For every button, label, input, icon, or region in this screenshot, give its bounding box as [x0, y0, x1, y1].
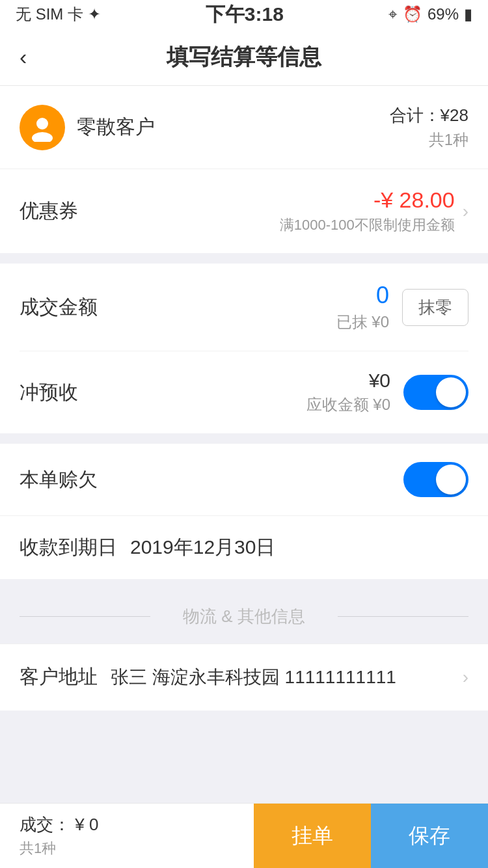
prepayment-row: 冲预收 ¥0 应收金额 ¥0: [20, 351, 468, 433]
coupon-description: 满1000-100不限制使用金额: [280, 215, 455, 235]
bottom-deal: 成交： ¥ 0: [20, 813, 254, 836]
prepayment-right: ¥0 应收金额 ¥0: [306, 370, 468, 415]
bottom-bar: 成交： ¥ 0 共1种 挂单 保存: [0, 803, 488, 868]
prepayment-amount: ¥0: [369, 370, 390, 392]
nav-bar: ‹ 填写结算等信息: [0, 29, 488, 86]
content-spacer: [0, 721, 488, 799]
avatar: [20, 105, 65, 150]
transaction-amount-col: 已抹 ¥0: [311, 282, 389, 332]
bottom-count: 共1种: [20, 839, 254, 858]
prepayment-toggle[interactable]: [403, 375, 468, 410]
due-date-row: 收款到期日 2019年12月30日: [0, 516, 488, 579]
address-content: 客户地址 张三 海淀永丰科技园 11111111111: [20, 664, 396, 691]
customer-row: 零散客户 合计：¥28 共1种: [0, 86, 488, 169]
battery-text: 69%: [427, 5, 459, 23]
receivable-subtext: 应收金额 ¥0: [306, 394, 390, 415]
toggle-thumb: [436, 377, 466, 407]
prepayment-amount-col: ¥0 应收金额 ¥0: [306, 370, 390, 415]
battery-icon: ▮: [464, 5, 472, 23]
due-date-label: 收款到期日: [20, 534, 117, 561]
logistics-label: 物流 & 其他信息: [183, 605, 305, 628]
coupon-right: -¥ 28.00 满1000-100不限制使用金额 ›: [280, 187, 468, 235]
total-amount: 合计：¥28: [390, 104, 468, 127]
save-button[interactable]: 保存: [371, 804, 488, 868]
sim-text: 无 SIM 卡 ✦: [16, 4, 101, 25]
coupon-row[interactable]: 优惠券 -¥ 28.00 满1000-100不限制使用金额 ›: [0, 169, 488, 253]
status-time: 下午3:18: [206, 1, 284, 28]
prepayment-label: 冲预收: [20, 379, 78, 406]
round-button[interactable]: 抹零: [402, 289, 468, 326]
location-icon: ⌖: [388, 5, 398, 23]
debt-label: 本单赊欠: [20, 467, 98, 493]
coupon-detail: -¥ 28.00 满1000-100不限制使用金额: [280, 187, 455, 235]
back-button[interactable]: ‹: [20, 44, 27, 70]
status-bar: 无 SIM 卡 ✦ 下午3:18 ⌖ ⏰ 69% ▮: [0, 0, 488, 29]
debt-toggle[interactable]: [403, 462, 468, 497]
address-chevron-icon: ›: [463, 667, 468, 688]
alarm-icon: ⏰: [403, 5, 422, 23]
coupon-discount: -¥ 28.00: [280, 187, 455, 213]
status-right: ⌖ ⏰ 69% ▮: [388, 5, 472, 23]
deal-label: 成交：: [20, 815, 70, 834]
address-value: 张三 海淀永丰科技园 11111111111: [111, 664, 396, 691]
bottom-info: 成交： ¥ 0 共1种: [0, 804, 254, 868]
transaction-right: 已抹 ¥0 抹零: [311, 282, 468, 332]
chevron-right-icon: ›: [463, 201, 468, 222]
due-date-value: 2019年12月30日: [130, 534, 275, 561]
deal-amount: ¥ 0: [75, 815, 98, 834]
customer-name: 零散客户: [77, 114, 155, 141]
transaction-amount-row: 成交金额 已抹 ¥0 抹零: [20, 264, 468, 351]
customer-section: 零散客户 合计：¥28 共1种 优惠券 -¥ 28.00 满1000-100不限…: [0, 86, 488, 253]
transaction-section: 成交金额 已抹 ¥0 抹零 冲预收 ¥0 应收金额 ¥0: [0, 264, 488, 433]
address-label: 客户地址: [20, 664, 98, 690]
hold-button[interactable]: 挂单: [254, 804, 371, 868]
svg-point-0: [36, 118, 48, 129]
address-row[interactable]: 客户地址 张三 海淀永丰科技园 11111111111 ›: [0, 644, 488, 711]
transaction-input[interactable]: [311, 282, 389, 309]
debt-toggle-thumb: [436, 465, 466, 495]
customer-total: 合计：¥28 共1种: [390, 104, 468, 150]
total-count: 共1种: [390, 129, 468, 150]
svg-point-1: [32, 132, 53, 142]
debt-section: 本单赊欠 收款到期日 2019年12月30日: [0, 444, 488, 579]
page-title: 填写结算等信息: [167, 42, 321, 72]
logistics-divider: 物流 & 其他信息: [0, 590, 488, 644]
debt-row: 本单赊欠: [0, 444, 488, 516]
status-left: 无 SIM 卡 ✦: [16, 4, 101, 25]
customer-info: 零散客户: [20, 105, 155, 150]
round-subtext: 已抹 ¥0: [336, 312, 389, 332]
transaction-label: 成交金额: [20, 294, 98, 321]
coupon-label: 优惠券: [20, 198, 78, 224]
address-section: 客户地址 张三 海淀永丰科技园 11111111111 ›: [0, 644, 488, 711]
